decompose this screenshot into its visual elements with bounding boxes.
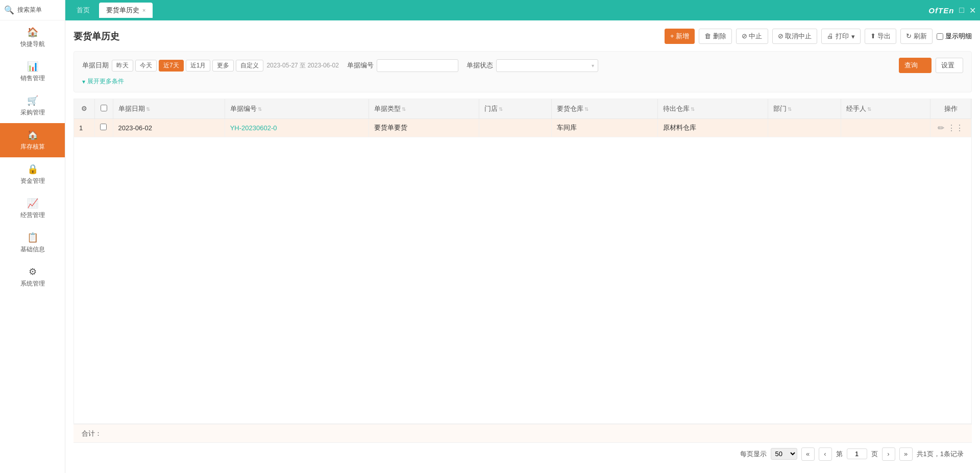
more-op-icon[interactable]: ⋮⋮ (947, 123, 964, 133)
th-docno[interactable]: 单据编号⇅ (225, 99, 369, 119)
restore-icon[interactable]: □ (959, 6, 964, 15)
close-window-icon[interactable]: ✕ (969, 6, 976, 15)
filter-date-group: 单据日期 昨天 今天 近7天 近1月 更多 自定义 2023-05-27 至 2… (82, 60, 339, 72)
date-range-display: 2023-05-27 至 2023-06-02 (266, 61, 338, 70)
sort-store-icon: ⇅ (499, 106, 503, 112)
pagination: 每页显示 10 20 50 100 « ‹ 第 页 › » 共1页，1条记录 (74, 442, 972, 465)
stop-button[interactable]: ⊘ 中止 (736, 29, 768, 44)
docno-link[interactable]: YH-20230602-0 (230, 124, 277, 132)
prev-page-button[interactable]: ‹ (819, 447, 832, 461)
th-req-warehouse[interactable]: 要货仓库⇅ (552, 99, 658, 119)
status-input[interactable] (496, 59, 598, 72)
cell-dept (768, 119, 841, 137)
data-table: ⚙ 单据日期⇅ 单据编号⇅ 单据类型⇅ 门店⇅ 要货仓库⇅ 待出仓库⇅ 部门⇅ … (74, 99, 971, 137)
expand-more-btn[interactable]: ▾ 展开更多条件 (82, 77, 963, 86)
date-filter-label: 单据日期 (82, 61, 109, 70)
sort-handler-icon: ⇅ (867, 106, 871, 112)
th-checkbox[interactable] (94, 99, 113, 119)
next-page-button[interactable]: › (882, 447, 895, 461)
purchase-icon: 🛒 (27, 95, 38, 106)
finance-icon: 🔒 (27, 163, 38, 175)
sidebar-item-label: 资金管理 (20, 177, 45, 185)
data-table-wrap: ⚙ 单据日期⇅ 单据编号⇅ 单据类型⇅ 门店⇅ 要货仓库⇅ 待出仓库⇅ 部门⇅ … (74, 99, 972, 424)
sidebar-search[interactable]: 🔍 搜索菜单 (0, 0, 65, 20)
sort-dept-icon: ⇅ (788, 106, 792, 112)
show-detail-toggle[interactable]: 显示明细 (937, 32, 972, 41)
date-btn-1month[interactable]: 近1月 (186, 60, 211, 72)
ops-icons: ✏ ⋮⋮ (936, 123, 966, 133)
th-settings[interactable]: ⚙ (74, 99, 94, 119)
date-btn-custom[interactable]: 自定义 (236, 60, 263, 72)
last-page-button[interactable]: » (899, 447, 913, 461)
cell-handler (841, 119, 930, 137)
th-handler[interactable]: 经手人⇅ (841, 99, 930, 119)
sidebar-search-label: 搜索菜单 (17, 6, 42, 14)
sidebar-item-system[interactable]: ⚙ 系统管理 (0, 260, 65, 294)
expand-icon: ▾ (82, 78, 85, 85)
filter-area: 单据日期 昨天 今天 近7天 近1月 更多 自定义 2023-05-27 至 2… (74, 51, 972, 92)
sales-icon: 📊 (27, 61, 38, 72)
sidebar-item-inventory[interactable]: 🏠 库存核算 (0, 123, 65, 157)
filter-status-group: 单据状态 ▾ (467, 59, 598, 72)
sort-targetwh-icon: ⇅ (691, 106, 695, 112)
cell-index: 1 (74, 119, 94, 137)
cell-checkbox[interactable] (94, 119, 113, 137)
total-info: 共1页，1条记录 (917, 450, 964, 459)
sort-date-icon: ⇅ (146, 106, 150, 112)
sidebar-item-quick-nav[interactable]: 🏠 快捷导航 (0, 20, 65, 55)
tab-doc-history[interactable]: 要货单历史 × (99, 3, 153, 18)
new-button[interactable]: + 新增 (665, 29, 695, 44)
date-btn-more[interactable]: 更多 (212, 60, 234, 72)
page-input[interactable] (847, 448, 867, 459)
inventory-icon: 🏠 (27, 129, 38, 140)
settings-button[interactable]: 设置 (936, 58, 963, 73)
sidebar-item-label: 库存核算 (20, 143, 45, 151)
per-page-select[interactable]: 10 20 50 100 (771, 448, 797, 460)
page-title: 要货单历史 (74, 30, 119, 42)
tab-home[interactable]: 首页 (69, 3, 97, 18)
delete-button[interactable]: 🗑 删除 (699, 29, 732, 44)
brand-logo: OfTEn (928, 6, 954, 15)
print-button[interactable]: 🖨 打印 (821, 29, 861, 44)
content-area: 要货单历史 + 新增 🗑 删除 ⊘ 中止 ⊘ 取消中止 🖨 打印 (65, 20, 980, 473)
edit-op-icon[interactable]: ✏ (938, 123, 944, 133)
row-checkbox[interactable] (100, 124, 107, 130)
date-btn-today[interactable]: 今天 (135, 60, 157, 72)
select-all-checkbox[interactable] (101, 105, 107, 111)
sidebar-item-operations[interactable]: 📈 经营管理 (0, 192, 65, 226)
docno-input[interactable] (377, 59, 458, 72)
export-button[interactable]: ⬆ 导出 (865, 29, 897, 44)
table-row[interactable]: 1 2023-06-02 YH-20230602-0 要货单要货 车间库 原材料… (74, 119, 971, 137)
sidebar-item-finance[interactable]: 🔒 资金管理 (0, 157, 65, 192)
th-date[interactable]: 单据日期⇅ (113, 99, 225, 119)
th-target-warehouse[interactable]: 待出仓库⇅ (658, 99, 768, 119)
th-store[interactable]: 门店⇅ (479, 99, 552, 119)
sidebar-item-purchase[interactable]: 🛒 采购管理 (0, 89, 65, 123)
cancel-stop-button[interactable]: ⊘ 取消中止 (772, 29, 818, 44)
query-button[interactable]: 查询 (899, 58, 932, 73)
sidebar: 🔍 搜索菜单 🏠 快捷导航 📊 销售管理 🛒 采购管理 🏠 库存核算 🔒 资金管… (0, 0, 65, 473)
table-footer: 合计： (74, 424, 972, 442)
operations-icon: 📈 (27, 198, 38, 209)
th-ops: 操作 (930, 99, 971, 119)
th-doctype[interactable]: 单据类型⇅ (369, 99, 479, 119)
search-icon: 🔍 (4, 5, 14, 15)
toolbar: + 新增 🗑 删除 ⊘ 中止 ⊘ 取消中止 🖨 打印 ⬆ 导出 (665, 29, 972, 44)
th-dept[interactable]: 部门⇅ (768, 99, 841, 119)
sidebar-item-label: 系统管理 (20, 279, 45, 288)
date-btn-7days[interactable]: 近7天 (159, 60, 184, 72)
date-btn-yesterday[interactable]: 昨天 (112, 60, 133, 72)
sidebar-item-sales[interactable]: 📊 销售管理 (0, 55, 65, 89)
show-detail-checkbox[interactable] (937, 33, 943, 40)
sidebar-item-basics[interactable]: 📋 基础信息 (0, 226, 65, 260)
tab-active-label: 要货单历史 (106, 6, 139, 15)
tab-home-label: 首页 (77, 6, 90, 15)
basics-icon: 📋 (27, 232, 38, 243)
tab-close-icon[interactable]: × (142, 7, 145, 13)
first-page-button[interactable]: « (801, 447, 815, 461)
cell-target-warehouse: 原材料仓库 (658, 119, 768, 137)
cell-docno: YH-20230602-0 (225, 119, 369, 137)
home-icon: 🏠 (27, 27, 38, 38)
refresh-button[interactable]: ↻ 刷新 (900, 29, 933, 44)
filter-row: 单据日期 昨天 今天 近7天 近1月 更多 自定义 2023-05-27 至 2… (82, 58, 963, 73)
